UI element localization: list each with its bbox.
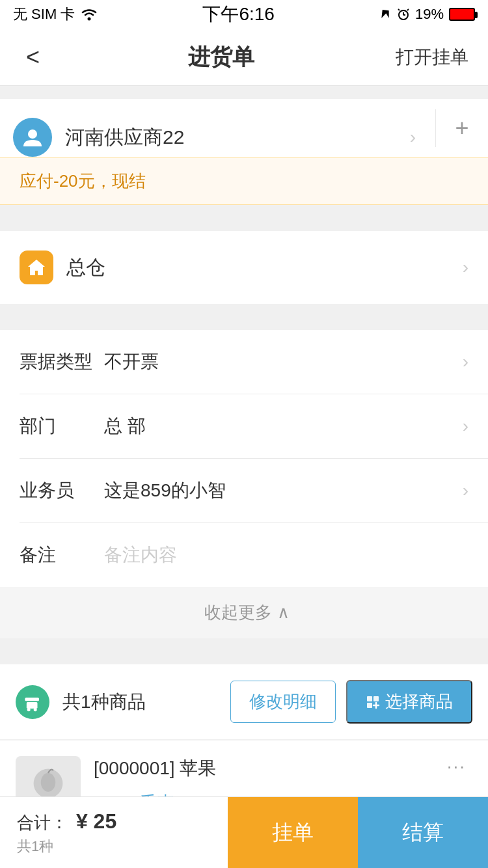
select-product-button[interactable]: 选择商品: [346, 680, 472, 724]
supplier-selector[interactable]: 河南供应商22 ›: [0, 99, 435, 157]
hang-button[interactable]: 挂单: [228, 797, 358, 868]
status-bar-time: 下午6:16: [202, 2, 275, 27]
total-value: ¥ 25: [76, 809, 116, 833]
supplier-chevron-icon: ›: [410, 127, 416, 148]
warehouse-icon: [20, 251, 53, 284]
battery-icon: [449, 8, 475, 21]
product-header: 共1种商品 修改明细 选择商品: [0, 664, 488, 739]
total-amount: 合计： ¥ 25: [17, 809, 211, 834]
wifi-icon: [80, 8, 98, 21]
collapse-button[interactable]: 收起更多 ∧: [0, 587, 488, 638]
salesperson-value: 这是859的小智: [104, 478, 463, 503]
svg-rect-12: [373, 696, 379, 701]
supplier-name: 河南供应商22: [65, 124, 410, 151]
svg-rect-13: [367, 703, 372, 708]
footer-total: 合计： ¥ 25 共1种: [0, 797, 228, 868]
product-title: 苹果: [180, 758, 216, 778]
nav-bar: < 进货单 打开挂单: [0, 29, 488, 86]
total-label: 合计：: [17, 813, 68, 832]
page-title: 进货单: [188, 42, 254, 72]
svg-point-10: [34, 708, 37, 711]
hang-label: 挂单: [272, 819, 314, 847]
product-count: 共1种商品: [62, 690, 230, 714]
salesperson-chevron-icon: ›: [463, 480, 468, 501]
remark-input[interactable]: 备注内容: [104, 543, 468, 567]
battery-label: 19%: [415, 6, 444, 23]
invoice-type-label: 票据类型: [20, 349, 104, 374]
svg-point-0: [88, 18, 91, 21]
collapse-icon: ∧: [277, 603, 290, 623]
section-gap-1: [0, 86, 488, 99]
svg-point-15: [41, 773, 55, 792]
invoice-type-chevron-icon: ›: [463, 351, 468, 372]
footer: 合计： ¥ 25 共1种 挂单 结算: [0, 796, 488, 868]
status-bar: 无 SIM 卡 下午6:16 19%: [0, 0, 488, 29]
svg-rect-8: [27, 702, 38, 709]
department-chevron-icon: ›: [463, 416, 468, 437]
person-icon: [21, 126, 44, 149]
open-hang-button[interactable]: 打开挂单: [396, 45, 468, 70]
cart-icon: [23, 692, 42, 712]
home-icon: [27, 258, 46, 277]
checkout-button[interactable]: 结算: [358, 797, 488, 868]
supplier-avatar: [13, 118, 52, 157]
remark-label: 备注: [20, 543, 104, 567]
department-value: 总 部: [104, 414, 463, 439]
salesperson-row[interactable]: 业务员 这是859的小智 ›: [0, 459, 488, 522]
invoice-type-row[interactable]: 票据类型 不开票 ›: [0, 330, 488, 394]
product-icon: [16, 685, 49, 719]
total-count: 共1种: [17, 837, 211, 856]
department-label: 部门: [20, 414, 104, 439]
status-bar-right: 19%: [379, 6, 475, 23]
department-row[interactable]: 部门 总 部 ›: [0, 394, 488, 458]
checkout-label: 结算: [402, 819, 444, 847]
warehouse-chevron-icon: ›: [463, 257, 468, 278]
remark-row[interactable]: 备注 备注内容: [0, 523, 488, 587]
invoice-type-value: 不开票: [104, 349, 463, 374]
salesperson-label: 业务员: [20, 478, 104, 503]
back-button[interactable]: <: [20, 37, 46, 77]
warehouse-selector[interactable]: 总仓 ›: [0, 231, 488, 304]
alarm-icon: [397, 8, 410, 21]
supplier-section: 河南供应商22 › +: [0, 99, 488, 157]
location-icon: [379, 8, 392, 21]
modify-detail-button[interactable]: 修改明细: [230, 681, 336, 723]
add-supplier-button[interactable]: +: [436, 99, 488, 157]
product-name: [0000001] 苹果: [94, 756, 441, 781]
section-gap-2: [0, 205, 488, 218]
svg-rect-11: [367, 696, 372, 701]
section-gap-3: [0, 304, 488, 317]
form-section: 票据类型 不开票 › 部门 总 部 › 业务员 这是859的小智 › 备注 备注…: [0, 330, 488, 587]
warehouse-section: 总仓 ›: [0, 231, 488, 304]
product-code: [0000001]: [94, 758, 180, 778]
select-icon: [366, 695, 380, 709]
svg-rect-7: [25, 698, 39, 701]
collapse-label: 收起更多: [204, 601, 272, 624]
supplier-alert: 应付-20元，现结: [0, 157, 488, 205]
select-product-label: 选择商品: [385, 690, 453, 713]
section-gap-4: [0, 638, 488, 651]
svg-line-5: [407, 9, 409, 10]
warehouse-name: 总仓: [66, 254, 463, 281]
alert-text: 应付-20元，现结: [20, 171, 146, 191]
svg-point-6: [28, 129, 37, 139]
carrier-label: 无 SIM 卡: [13, 5, 75, 24]
product-more-button[interactable]: ···: [441, 756, 472, 777]
status-bar-left: 无 SIM 卡: [13, 5, 98, 24]
svg-line-4: [398, 9, 400, 10]
svg-point-9: [27, 708, 31, 711]
